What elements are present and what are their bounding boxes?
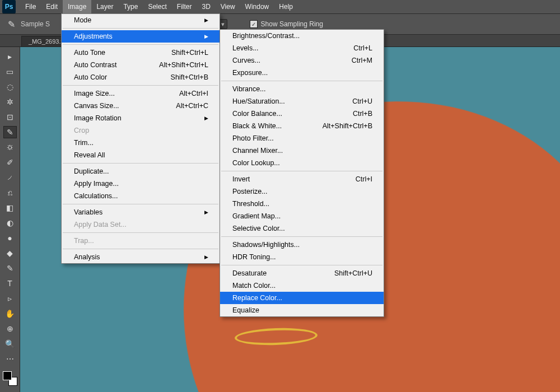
tool-10[interactable]: ◧: [3, 202, 17, 214]
tool-3[interactable]: ✲: [3, 96, 17, 108]
tool-6[interactable]: ⛭: [3, 141, 17, 153]
tool-16[interactable]: ▹: [3, 292, 17, 305]
menuitem-label: Hue/Saturation...: [232, 97, 285, 105]
tool-12[interactable]: ●: [3, 232, 17, 244]
image-menu: Mode▶Adjustments▶Auto ToneShift+Ctrl+LAu…: [61, 13, 220, 264]
tool-2[interactable]: ◌: [3, 81, 17, 93]
menuitem-adjustments[interactable]: Adjustments▶: [62, 30, 220, 43]
menuitem-gradient-map[interactable]: Gradient Map...: [220, 210, 384, 222]
menu-window[interactable]: Window: [240, 0, 274, 13]
menu-filter[interactable]: Filter: [172, 0, 197, 13]
menu-file[interactable]: File: [20, 0, 41, 13]
menu-3d[interactable]: 3D: [197, 0, 215, 13]
menuitem-duplicate[interactable]: Duplicate...: [62, 165, 220, 178]
tool-7[interactable]: ✐: [3, 156, 17, 169]
menuitem-image-size[interactable]: Image Size...Alt+Ctrl+I: [62, 87, 220, 100]
menuitem-label: Calculations...: [74, 192, 118, 200]
tool-0[interactable]: ▸: [3, 50, 17, 63]
menuitem-levels[interactable]: Levels...Ctrl+L: [220, 42, 384, 54]
tool-15[interactable]: T: [3, 277, 17, 290]
menuitem-auto-color[interactable]: Auto ColorShift+Ctrl+B: [62, 71, 220, 83]
menuitem-label: Mode: [74, 16, 91, 24]
menu-help[interactable]: Help: [274, 0, 298, 13]
menu-image[interactable]: Image: [63, 0, 91, 13]
menuitem-label: Match Color...: [232, 282, 276, 290]
menuitem-posterize[interactable]: Posterize...: [220, 185, 384, 198]
menuitem-equalize[interactable]: Equalize: [220, 304, 384, 316]
menuitem-canvas-size[interactable]: Canvas Size...Alt+Ctrl+C: [62, 100, 220, 112]
tool-1[interactable]: ▭: [3, 66, 17, 78]
submenu-arrow-icon: ▶: [204, 115, 208, 121]
shortcut-label: Alt+Shift+Ctrl+B: [323, 122, 372, 130]
eyedropper-icon[interactable]: ✎: [8, 19, 15, 30]
menuitem-vibrance[interactable]: Vibrance...: [220, 83, 384, 95]
menuitem-match-color[interactable]: Match Color...: [220, 279, 384, 292]
menuitem-curves[interactable]: Curves...Ctrl+M: [220, 54, 384, 67]
tool-9[interactable]: ⎌: [3, 186, 17, 199]
tool-13[interactable]: ◆: [3, 247, 17, 259]
menuitem-variables[interactable]: Variables▶: [62, 206, 220, 218]
menuitem-label: Canvas Size...: [74, 102, 119, 110]
menuitem-channel-mixer[interactable]: Channel Mixer...: [220, 144, 384, 157]
tool-20[interactable]: ⋯: [3, 353, 17, 365]
menuitem-desaturate[interactable]: DesaturateShift+Ctrl+U: [220, 267, 384, 279]
menuitem-label: Reveal All: [74, 151, 105, 159]
tool-14[interactable]: ✎: [3, 262, 17, 274]
submenu-arrow-icon: ▶: [204, 254, 208, 260]
tool-17[interactable]: ✋: [3, 307, 17, 320]
color-swatches[interactable]: [3, 371, 17, 386]
app-logo: Ps: [2, 0, 16, 13]
menuitem-brightness-contrast[interactable]: Brightness/Contrast...: [220, 30, 384, 42]
menuitem-threshold[interactable]: Threshold...: [220, 198, 384, 210]
menu-layer[interactable]: Layer: [91, 0, 118, 13]
menuitem-selective-color[interactable]: Selective Color...: [220, 222, 384, 235]
menuitem-black-white[interactable]: Black & White...Alt+Shift+Ctrl+B: [220, 120, 384, 132]
menuitem-replace-color[interactable]: Replace Color...: [220, 292, 384, 304]
menuitem-auto-contrast[interactable]: Auto ContrastAlt+Shift+Ctrl+L: [62, 59, 220, 71]
menuitem-exposure[interactable]: Exposure...: [220, 67, 384, 79]
menuitem-analysis[interactable]: Analysis▶: [62, 251, 220, 263]
menuitem-image-rotation[interactable]: Image Rotation▶: [62, 112, 220, 124]
menu-view[interactable]: View: [216, 0, 240, 13]
menu-select[interactable]: Select: [143, 0, 171, 13]
menuitem-label: Replace Color...: [232, 294, 282, 302]
tool-19[interactable]: 🔍: [3, 338, 17, 350]
show-sampling-ring-checkbox[interactable]: ✓ Show Sampling Ring: [250, 20, 323, 28]
shortcut-label: Ctrl+B: [353, 110, 372, 118]
shortcut-label: Shift+Ctrl+L: [171, 49, 208, 57]
menuitem-label: Color Lookup...: [232, 159, 280, 167]
menuitem-label: Crop: [74, 127, 89, 134]
shortcut-label: Ctrl+I: [356, 175, 372, 183]
menuitem-color-balance[interactable]: Color Balance...Ctrl+B: [220, 108, 384, 120]
tool-11[interactable]: ◐: [3, 217, 17, 229]
menuitem-reveal-all[interactable]: Reveal All: [62, 149, 220, 161]
tool-18[interactable]: ⊕: [3, 323, 17, 335]
fg-swatch[interactable]: [3, 371, 12, 380]
menuitem-shadows-highlights[interactable]: Shadows/Highlights...: [220, 239, 384, 251]
menuitem-auto-tone[interactable]: Auto ToneShift+Ctrl+L: [62, 46, 220, 59]
menuitem-photo-filter[interactable]: Photo Filter...: [220, 132, 384, 144]
menuitem-color-lookup[interactable]: Color Lookup...: [220, 157, 384, 169]
menuitem-invert[interactable]: InvertCtrl+I: [220, 173, 384, 185]
separator: [221, 171, 382, 171]
tool-panel: ▸▭◌✲⊡✎⛭✐⟋⎌◧◐●◆✎T▹✋⊕🔍⋯: [0, 47, 20, 392]
menuitem-mode[interactable]: Mode▶: [62, 14, 220, 26]
menuitem-trap: Trap...: [62, 235, 220, 247]
menuitem-label: Image Size...: [74, 90, 115, 97]
menuitem-hdr-toning[interactable]: HDR Toning...: [220, 251, 384, 263]
menuitem-apply-image[interactable]: Apply Image...: [62, 178, 220, 190]
menu-type[interactable]: Type: [118, 0, 143, 13]
shortcut-label: Shift+Ctrl+B: [171, 73, 208, 81]
tool-4[interactable]: ⊡: [3, 111, 17, 123]
menuitem-trim[interactable]: Trim...: [62, 137, 220, 149]
menuitem-label: Channel Mixer...: [232, 147, 283, 155]
menu-edit[interactable]: Edit: [41, 0, 63, 13]
menuitem-label: Auto Contrast: [74, 61, 116, 69]
menuitem-label: Posterize...: [232, 188, 268, 195]
shortcut-label: Alt+Ctrl+I: [179, 90, 208, 97]
separator: [63, 232, 218, 233]
tool-5[interactable]: ✎: [3, 126, 17, 138]
tool-8[interactable]: ⟋: [3, 171, 17, 184]
menuitem-calculations[interactable]: Calculations...: [62, 190, 220, 202]
menuitem-hue-saturation[interactable]: Hue/Saturation...Ctrl+U: [220, 95, 384, 108]
